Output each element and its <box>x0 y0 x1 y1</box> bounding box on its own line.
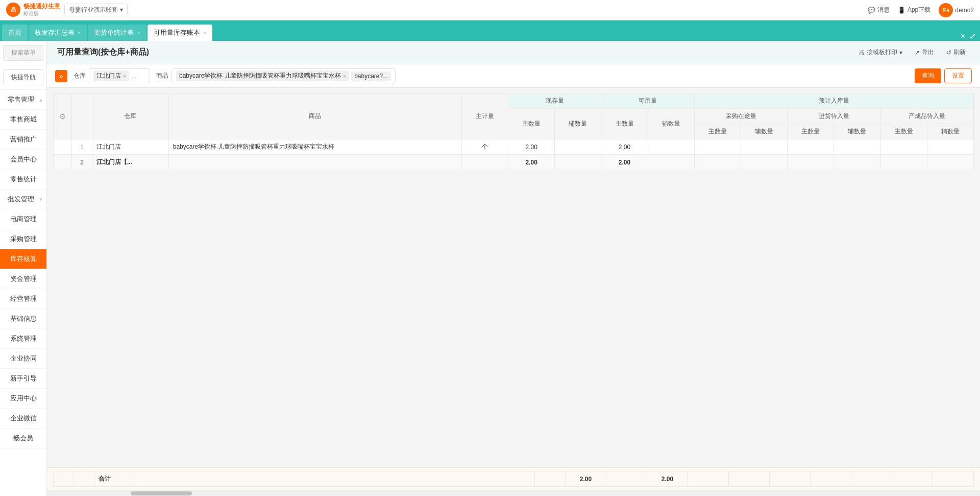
row-num: 1 <box>72 139 92 155</box>
arrow-icon: ▲ <box>38 97 43 103</box>
purchase-aux-header: 辅数量 <box>741 124 788 139</box>
row-avail-aux <box>648 155 694 170</box>
warehouse-col-header: 仓库 <box>92 93 169 139</box>
top-bar-right: 💬 消息 📱 App下载 Ea demo2 <box>868 3 974 17</box>
tab-receipts[interactable]: 收发存汇总表 × <box>29 25 87 41</box>
product-input[interactable]: babycare学饮杯 儿童防摔防撞吸管杯重力球吸嘴杯宝宝水杯 × babyca… <box>172 68 396 83</box>
dropdown-icon: ▾ <box>899 49 902 56</box>
data-table: ⚙ 仓库 商品 主计量 现存量 可用量 预计入库量 主数量 辅数量 主数量 <box>53 93 974 170</box>
table-row[interactable]: 2 江北门店【... 2.00 2.00 <box>54 155 974 170</box>
row-produced-main <box>880 139 927 155</box>
row-purchase-main <box>694 155 741 170</box>
sidebar-item-wholesale[interactable]: 批发管理 ▼ <box>0 190 46 209</box>
product-label: 商品 <box>156 72 168 80</box>
settings-icon[interactable]: ⚙ <box>59 112 66 121</box>
purchase-main-header: 主数量 <box>694 124 741 139</box>
row-stock-aux <box>555 155 601 170</box>
total-empty-3 <box>135 471 535 487</box>
tab-receipts-close[interactable]: × <box>78 30 81 36</box>
sidebar-item-purchase[interactable]: 采购管理 <box>0 229 46 249</box>
horizontal-scrollbar[interactable] <box>47 490 980 496</box>
product-value-1: babycare学饮杯 儿童防摔防撞吸管杯重力球吸嘴杯宝宝水杯 <box>179 72 341 80</box>
sidebar-item-appcenter[interactable]: 应用中心 <box>0 389 46 409</box>
setting-button[interactable]: 设置 <box>944 68 972 83</box>
tab-home[interactable]: 首页 <box>2 25 28 41</box>
row-num: 2 <box>72 155 92 170</box>
total-avail-main: 2.00 <box>647 471 688 487</box>
sidebar-item-retail-mall[interactable]: 零售商城 <box>0 110 46 130</box>
sidebar-item-finance[interactable]: 资金管理 <box>0 269 46 289</box>
sidebar-item-operation[interactable]: 经营管理 <box>0 289 46 309</box>
sidebar-item-ecommerce[interactable]: 电商管理 <box>0 209 46 229</box>
warehouse-input[interactable]: 江北门店 × ... <box>89 68 150 83</box>
row-unit: 个 <box>461 139 508 155</box>
incoming-group-header: 进货待入量 <box>788 109 880 124</box>
print-label: 按模板打印 <box>867 48 897 57</box>
total-p6 <box>933 471 974 487</box>
sidebar-item-system[interactable]: 系统管理 <box>0 329 46 349</box>
incoming-aux-header: 辅数量 <box>834 124 880 139</box>
sidebar-item-marketing[interactable]: 营销推广 <box>0 130 46 150</box>
purchase-group-header: 采购在途量 <box>694 109 787 124</box>
refresh-button[interactable]: ↺ 刷新 <box>942 46 970 59</box>
tab-receipts-label: 收发存汇总表 <box>35 28 75 37</box>
sidebar-item-member[interactable]: 会员中心 <box>0 150 46 170</box>
message-icon: 💬 <box>868 7 875 14</box>
tab-available[interactable]: 可用量库存账本 × <box>148 25 212 41</box>
sidebar-item-wechat[interactable]: 企业微信 <box>0 409 46 429</box>
warehouse-tag: 江北门店 × <box>93 70 129 81</box>
row-purchase-aux <box>741 155 788 170</box>
produced-aux-header: 辅数量 <box>927 124 973 139</box>
close-all-tabs[interactable]: × <box>961 32 965 41</box>
refresh-icon: ↺ <box>946 49 951 56</box>
download-button[interactable]: 📱 App下载 <box>898 6 930 14</box>
quick-nav-button[interactable]: 快捷导航 <box>3 69 43 85</box>
user-menu[interactable]: Ea demo2 <box>939 3 974 17</box>
search-menu-button[interactable]: 搜索菜单 <box>3 45 43 61</box>
nav-tabs: 首页 收发存汇总表 × 要货单统计表 × 可用量库存账本 × × ⤢ <box>0 20 980 41</box>
sidebar-item-retail-stats[interactable]: 零售统计 <box>0 170 46 190</box>
page-title: 可用量查询(按仓库+商品) <box>57 47 149 58</box>
expand-filter-button[interactable]: » <box>55 70 67 82</box>
incoming-main-header: 主数量 <box>788 124 834 139</box>
row-produced-main <box>880 155 927 170</box>
query-button[interactable]: 查询 <box>915 68 941 83</box>
total-empty-1 <box>54 471 74 487</box>
row-stock-aux <box>555 139 601 155</box>
row-incoming-aux <box>834 155 880 170</box>
sidebar-item-retail-mgmt[interactable]: 零售管理 ▲ <box>0 90 46 110</box>
refresh-label: 刷新 <box>953 48 966 57</box>
user-name: demo2 <box>955 7 974 14</box>
expand-tabs[interactable]: ⤢ <box>969 31 976 41</box>
sidebar-item-member2[interactable]: 畅会员 <box>0 429 46 448</box>
top-bar-left: 品 畅捷通好生意 标准版 母婴行业演示账套 ▾ <box>6 3 128 17</box>
row-product: babycare学饮杯 儿童防摔防撞吸管杯重力球吸嘴杯宝宝水杯 <box>168 139 461 155</box>
sidebar-search-area: 搜索菜单 <box>0 41 46 65</box>
row-avail-main: 2.00 <box>601 139 648 155</box>
product-remove-1[interactable]: × <box>343 73 346 79</box>
tab-orders[interactable]: 要货单统计表 × <box>88 25 146 41</box>
warehouse-remove[interactable]: × <box>123 73 126 79</box>
sidebar-item-newguide[interactable]: 新手引导 <box>0 369 46 389</box>
total-label: 合计 <box>94 471 135 487</box>
scroll-thumb[interactable] <box>131 491 192 495</box>
table-row[interactable]: 1 江北门店 babycare学饮杯 儿童防摔防撞吸管杯重力球吸嘴杯宝宝水杯 个… <box>54 139 974 155</box>
tab-orders-close[interactable]: × <box>137 30 140 36</box>
brand-logo: 品 畅捷通好生意 标准版 <box>6 3 60 17</box>
nav-tabs-right: × ⤢ <box>961 31 980 41</box>
sidebar-item-basic[interactable]: 基础信息 <box>0 309 46 329</box>
row-warehouse: 江北门店 <box>92 139 169 155</box>
sidebar-item-inventory[interactable]: 库存核算 <box>0 249 46 269</box>
warehouse-label: 仓库 <box>74 72 86 80</box>
message-button[interactable]: 💬 消息 <box>868 6 890 14</box>
row-settings <box>54 139 72 155</box>
industry-selector[interactable]: 母婴行业演示账套 ▾ <box>64 4 128 16</box>
tab-available-label: 可用量库存账本 <box>154 28 200 37</box>
print-template-button[interactable]: 🖨 按模板打印 ▾ <box>854 46 906 59</box>
sidebar-item-enterprise[interactable]: 企业协同 <box>0 349 46 369</box>
tab-available-close[interactable]: × <box>203 30 206 36</box>
export-button[interactable]: ↗ 导出 <box>911 46 938 59</box>
total-avail-aux <box>688 471 729 487</box>
export-label: 导出 <box>922 48 934 57</box>
content-area: 可用量查询(按仓库+商品) 🖨 按模板打印 ▾ ↗ 导出 ↺ 刷新 » <box>47 41 980 496</box>
